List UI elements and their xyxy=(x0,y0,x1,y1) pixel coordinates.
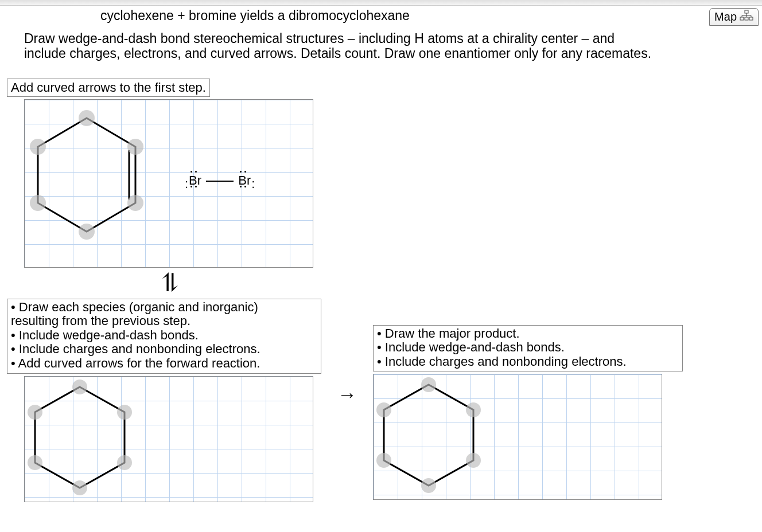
svg-marker-9 xyxy=(38,118,135,232)
window-top-bevel xyxy=(0,0,762,6)
br-atom-left: : Br xyxy=(189,173,201,188)
svg-point-26 xyxy=(466,402,481,417)
svg-point-19 xyxy=(117,405,132,420)
step2-bullet-4: • Add curved arrows for the forward reac… xyxy=(11,357,317,371)
svg-point-20 xyxy=(117,455,132,470)
svg-point-25 xyxy=(421,377,436,392)
svg-point-16 xyxy=(30,139,46,155)
step1-label: Add curved arrows to the first step. xyxy=(11,80,206,95)
instruction-line-1: Draw wedge-and-dash bond stereochemical … xyxy=(24,32,728,46)
svg-point-22 xyxy=(28,455,42,470)
bromine-molecule: : Br Br : xyxy=(189,173,251,188)
svg-point-14 xyxy=(79,224,95,240)
drawing-canvas-step3[interactable] xyxy=(373,374,662,500)
main-instructions: Draw wedge-and-dash bond stereochemical … xyxy=(24,32,728,61)
step2-bullet-1b: resulting from the previous step. xyxy=(11,314,317,328)
svg-point-27 xyxy=(466,453,481,468)
br-br-bond xyxy=(206,181,234,182)
reaction-title: cyclohexene + bromine yields a dibromocy… xyxy=(100,8,751,24)
cyclohexane-skeleton-2 xyxy=(22,377,160,503)
svg-marker-17 xyxy=(35,387,125,488)
step2-bullet-1a: • Draw each species (organic and inorgan… xyxy=(11,300,317,315)
forward-arrow: → xyxy=(337,384,357,406)
svg-point-21 xyxy=(72,480,87,495)
step3-bullet-2: • Include wedge-and-dash bonds. xyxy=(377,341,679,355)
step3-bullet-3: • Include charges and nonbonding electro… xyxy=(377,355,679,369)
svg-point-15 xyxy=(30,195,46,211)
content-area: cyclohexene + bromine yields a dibromocy… xyxy=(0,8,762,502)
svg-point-23 xyxy=(28,405,42,420)
step2-bullet-3: • Include charges and nonbonding electro… xyxy=(11,342,317,357)
step1-label-box: Add curved arrows to the first step. xyxy=(7,79,210,97)
svg-point-28 xyxy=(421,478,436,493)
drawing-canvas-step1[interactable]: : Br Br : xyxy=(24,99,313,268)
svg-point-18 xyxy=(72,380,87,394)
svg-point-29 xyxy=(376,453,391,468)
cyclohexane-skeleton-3 xyxy=(371,374,509,500)
svg-point-30 xyxy=(376,402,391,417)
step3-bullet-1: • Draw the major product. xyxy=(377,327,679,341)
step3-instruction-box: • Draw the major product. • Include wedg… xyxy=(373,325,683,372)
drawing-canvas-step2[interactable] xyxy=(24,376,313,502)
step2-bullet-2: • Include wedge-and-dash bonds. xyxy=(11,328,317,343)
cyclohexene-structure xyxy=(24,107,173,256)
instruction-line-2: include charges, electrons, and curved a… xyxy=(24,46,728,61)
svg-point-13 xyxy=(127,195,143,211)
svg-point-11 xyxy=(79,110,95,126)
step2-instruction-box: • Draw each species (organic and inorgan… xyxy=(7,299,321,374)
svg-point-12 xyxy=(127,139,143,155)
br-atom-right: Br : xyxy=(238,173,251,188)
svg-marker-24 xyxy=(384,385,473,486)
equilibrium-arrow: ⥮ xyxy=(160,270,751,295)
